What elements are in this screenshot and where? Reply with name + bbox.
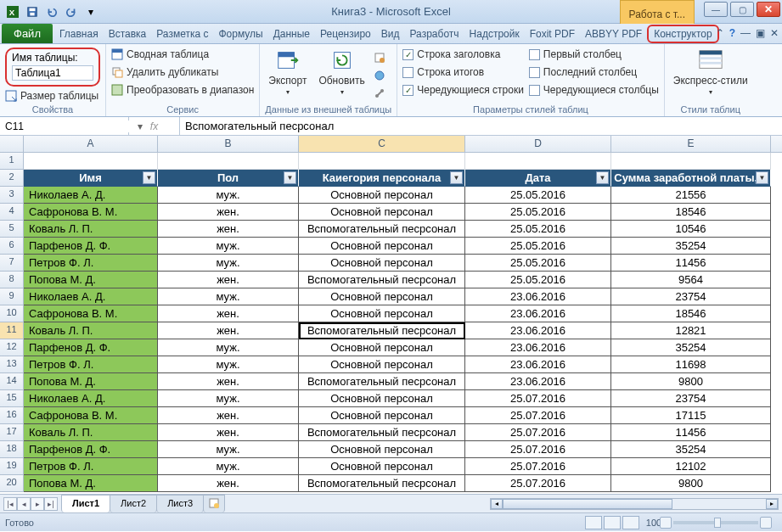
- maximize-button[interactable]: ▢: [730, 2, 754, 17]
- table-header[interactable]: Пол▼: [158, 170, 299, 187]
- row-header[interactable]: 7: [0, 255, 24, 272]
- row-header[interactable]: 11: [0, 322, 24, 339]
- cell-sex[interactable]: жен.: [158, 221, 299, 238]
- table-name-input[interactable]: [12, 65, 93, 81]
- sheet-tab[interactable]: Лист1: [61, 495, 110, 512]
- scroll-right-icon[interactable]: ▸: [766, 499, 778, 509]
- cell-sex[interactable]: жен.: [158, 475, 299, 492]
- cell-sex[interactable]: муж.: [158, 187, 299, 204]
- filter-dropdown-icon[interactable]: ▼: [450, 171, 463, 184]
- cell-name[interactable]: Парфенов Д. Ф.: [24, 441, 158, 458]
- cell-sum[interactable]: 12821: [611, 322, 771, 339]
- table-tools-context-tab[interactable]: Работа с т...: [620, 0, 695, 24]
- resize-table-button[interactable]: Размер таблицы: [5, 87, 100, 104]
- cell-name[interactable]: Петров Ф. Л.: [24, 458, 158, 475]
- cell-category[interactable]: Вспомогательный песрсонал: [299, 475, 465, 492]
- chk-total-row[interactable]: Строка итогов: [402, 64, 524, 81]
- cell-sex[interactable]: муж.: [158, 356, 299, 373]
- pivot-table-button[interactable]: Сводная таблица: [111, 46, 254, 63]
- refresh-button[interactable]: Обновить▾: [315, 46, 368, 98]
- row-header[interactable]: 9: [0, 288, 24, 305]
- row-header[interactable]: 5: [0, 221, 24, 238]
- ext-props-icon[interactable]: [374, 49, 385, 66]
- cell-sex[interactable]: муж.: [158, 441, 299, 458]
- cell-category[interactable]: Основной персонал: [299, 407, 465, 424]
- table-header[interactable]: Дата▼: [465, 170, 611, 187]
- cell-category[interactable]: Основной персонал: [299, 187, 465, 204]
- unlink-icon[interactable]: [374, 85, 385, 102]
- row-header[interactable]: 2: [0, 170, 24, 187]
- row-header[interactable]: 16: [0, 407, 24, 424]
- chk-banded-cols[interactable]: Чередующиеся столбцы: [529, 81, 659, 98]
- cell-category[interactable]: Вспомогательный песрсонал: [299, 322, 465, 339]
- view-normal-icon[interactable]: [585, 516, 602, 529]
- cell-category[interactable]: Вспомогательный песрсонал: [299, 424, 465, 441]
- chk-last-col[interactable]: Последний столбец: [529, 64, 659, 81]
- cell-sum[interactable]: 10546: [611, 221, 771, 238]
- cell-name[interactable]: Попова М. Д.: [24, 272, 158, 288]
- cell-sex[interactable]: жен.: [158, 204, 299, 221]
- scroll-thumb[interactable]: [503, 499, 672, 509]
- tab-abbyy pdf[interactable]: ABBYY PDF: [580, 25, 647, 43]
- cell-name[interactable]: Петров Ф. Л.: [24, 255, 158, 272]
- row-header[interactable]: 12: [0, 339, 24, 356]
- cell-name[interactable]: Николаев А. Д.: [24, 187, 158, 204]
- cell-category[interactable]: Основной персонал: [299, 458, 465, 475]
- row-header[interactable]: 15: [0, 390, 24, 407]
- workbook-restore-icon[interactable]: ▣: [756, 27, 765, 39]
- spreadsheet-grid[interactable]: A B C D E 12Имя▼Пол▼Каиегория персонала▼…: [0, 136, 782, 494]
- row-header[interactable]: 1: [0, 153, 24, 170]
- remove-duplicates-button[interactable]: Удалить дубликаты: [111, 64, 254, 81]
- horizontal-scrollbar[interactable]: ◂ ▸: [490, 498, 779, 510]
- cell-name[interactable]: Николаев А. Д.: [24, 390, 158, 407]
- filter-dropdown-icon[interactable]: ▼: [284, 171, 296, 184]
- cell-name[interactable]: Петров Ф. Л.: [24, 356, 158, 373]
- workbook-minimize-icon[interactable]: —: [740, 27, 751, 39]
- excel-icon[interactable]: X: [3, 3, 22, 20]
- filter-dropdown-icon[interactable]: ▼: [596, 171, 609, 184]
- scroll-left-icon[interactable]: ◂: [491, 499, 503, 509]
- row-header[interactable]: 19: [0, 458, 24, 475]
- cell-date[interactable]: 25.07.2016: [465, 407, 611, 424]
- cell-name[interactable]: Коваль Л. П.: [24, 424, 158, 441]
- cell-category[interactable]: Основной персонал: [299, 356, 465, 373]
- sheet-nav-prev-icon[interactable]: ◂: [17, 497, 31, 511]
- cell-sum[interactable]: 9800: [611, 475, 771, 492]
- cell-name[interactable]: Попова М. Д.: [24, 373, 158, 390]
- convert-to-range-button[interactable]: Преобразовать в диапазон: [111, 81, 254, 98]
- help-icon[interactable]: ?: [729, 27, 735, 39]
- tab-constructor[interactable]: Конструктор: [647, 25, 718, 43]
- tab-вставка[interactable]: Вставка: [104, 25, 152, 43]
- tab-данные[interactable]: Данные: [268, 25, 315, 43]
- cell-date[interactable]: 23.06.2016: [465, 322, 611, 339]
- cell-sum[interactable]: 23754: [611, 390, 771, 407]
- tab-вид[interactable]: Вид: [376, 25, 405, 43]
- cell-date[interactable]: 25.07.2016: [465, 424, 611, 441]
- name-box[interactable]: ▾: [0, 117, 129, 135]
- sheet-nav-last-icon[interactable]: ▸|: [44, 497, 58, 511]
- cell-sum[interactable]: 23754: [611, 288, 771, 305]
- cell-date[interactable]: 23.06.2016: [465, 373, 611, 390]
- redo-icon[interactable]: [62, 3, 81, 20]
- fx-icon[interactable]: fx: [129, 120, 179, 132]
- cell-date[interactable]: 25.05.2016: [465, 187, 611, 204]
- cell-name[interactable]: Парфенов Д. Ф.: [24, 238, 158, 255]
- table-header[interactable]: Каиегория персонала▼: [299, 170, 465, 187]
- cell-name[interactable]: Сафронова В. М.: [24, 204, 158, 221]
- minimize-button[interactable]: —: [704, 2, 728, 17]
- cell-sum[interactable]: 9800: [611, 373, 771, 390]
- cell-category[interactable]: Основной персонал: [299, 204, 465, 221]
- cell-date[interactable]: 25.07.2016: [465, 458, 611, 475]
- cell-sum[interactable]: 21556: [611, 187, 771, 204]
- cell-date[interactable]: 23.06.2016: [465, 288, 611, 305]
- col-header-B[interactable]: B: [158, 136, 299, 152]
- cell-name[interactable]: Коваль Л. П.: [24, 221, 158, 238]
- sheet-tab[interactable]: Лист3: [156, 495, 204, 512]
- cell-sum[interactable]: 18546: [611, 305, 771, 322]
- cell-sum[interactable]: 12102: [611, 458, 771, 475]
- cell-sex[interactable]: жен.: [158, 322, 299, 339]
- file-tab[interactable]: Файл: [2, 24, 53, 43]
- ribbon-minimize-icon[interactable]: ⌃: [716, 27, 724, 39]
- col-header-A[interactable]: A: [24, 136, 158, 152]
- table-header[interactable]: Имя▼: [24, 170, 158, 187]
